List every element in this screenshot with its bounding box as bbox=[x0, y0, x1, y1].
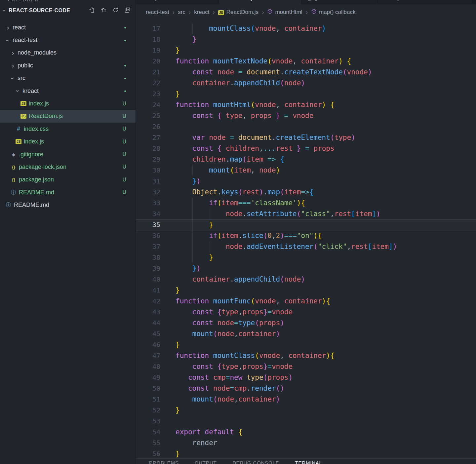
tree-item-label: .gitignore bbox=[19, 151, 122, 158]
code-line[interactable]: 30 mount(item, node) bbox=[136, 165, 476, 176]
tree-item-ReactDom.js[interactable]: JSReactDom.jsU bbox=[0, 110, 136, 123]
code-line[interactable]: 18 } bbox=[136, 34, 476, 45]
code-line[interactable]: 49 const cmp=new type(props) bbox=[136, 372, 476, 383]
indent-guide bbox=[192, 165, 193, 176]
line-content: } bbox=[176, 405, 476, 416]
line-number: 34 bbox=[136, 209, 160, 219]
code-line[interactable]: 17 mountClass(vnode, container) bbox=[136, 23, 476, 34]
breadcrumb-item[interactable]: src bbox=[178, 9, 185, 16]
tab-.gitignore[interactable]: .gitignore● bbox=[301, 0, 378, 4]
code-line[interactable]: 36 if(item.slice(0,2)==="on"){ bbox=[136, 230, 476, 241]
breadcrumb-item[interactable]: react-test bbox=[146, 9, 169, 16]
line-number: 55 bbox=[136, 438, 160, 448]
breadcrumb-label: src bbox=[178, 9, 185, 16]
code-line[interactable]: 51 mount(node,container) bbox=[136, 394, 476, 405]
line-number: 28 bbox=[136, 143, 160, 154]
breadcrumb-item[interactable]: mountHtml bbox=[267, 9, 302, 16]
code-editor[interactable]: 17 mountClass(vnode, container)18 }19}20… bbox=[136, 20, 476, 464]
tab-index.js[interactable]: index.js...\kreact● bbox=[378, 0, 471, 4]
line-content: const node=type(props) bbox=[176, 318, 476, 329]
line-content: node.addEventListener("click",rest[item]… bbox=[176, 241, 476, 252]
breadcrumb-item[interactable]: kreact bbox=[194, 9, 209, 16]
tree-item-index.js[interactable]: JSindex.jsU bbox=[0, 97, 136, 110]
tree-item-label: index.css bbox=[24, 126, 122, 133]
git-status-badge: U bbox=[122, 189, 126, 195]
tree-item-index.css[interactable]: #index.cssU bbox=[0, 123, 136, 135]
code-line[interactable]: 46} bbox=[136, 339, 476, 350]
refresh-explorer-button[interactable] bbox=[111, 6, 120, 15]
panel-tab-debug-console[interactable]: DEBUG CONSOLE bbox=[232, 460, 279, 464]
tree-item-README.md[interactable]: ⓘREADME.md bbox=[0, 199, 136, 211]
code-line[interactable]: 20function mountTextNode(vnode, containe… bbox=[136, 56, 476, 67]
panel-tab-output[interactable]: OUTPUT bbox=[195, 460, 217, 464]
tab-index.js[interactable]: index.js...\src● bbox=[136, 0, 219, 4]
code-line[interactable]: 25 const { type, props } = vnode bbox=[136, 110, 476, 121]
collapse-folders-button[interactable] bbox=[123, 6, 132, 15]
line-content: } bbox=[176, 45, 476, 56]
line-number: 50 bbox=[136, 383, 160, 394]
code-line[interactable]: 52} bbox=[136, 405, 476, 416]
code-line[interactable]: 34 node.setAttribute("class",rest[item]) bbox=[136, 209, 476, 219]
line-content: const { type, props } = vnode bbox=[176, 110, 476, 121]
code-line[interactable]: 27 var node = document.createElement(typ… bbox=[136, 132, 476, 143]
line-number: 22 bbox=[136, 78, 160, 89]
code-line[interactable]: 39 }) bbox=[136, 263, 476, 274]
new-folder-button[interactable] bbox=[99, 6, 108, 15]
tree-item-node_modules[interactable]: ›node_modules bbox=[0, 47, 136, 59]
new-file-button[interactable] bbox=[87, 6, 96, 15]
code-line[interactable]: 43 const {type,props}=vnode bbox=[136, 307, 476, 318]
code-line[interactable]: 53 bbox=[136, 416, 476, 427]
code-line[interactable]: 45 mount(node,container) bbox=[136, 329, 476, 339]
code-line[interactable]: 21 const node = document.createTextNode(… bbox=[136, 67, 476, 78]
code-line[interactable]: 47function mountClass(vnode, container){ bbox=[136, 350, 476, 361]
code-line[interactable]: 54export default { bbox=[136, 427, 476, 438]
tab-ReactDom.js[interactable]: ReactDom.js● bbox=[219, 0, 301, 4]
tree-item-package-lock.json[interactable]: {}package-lock.jsonU bbox=[0, 161, 136, 173]
code-line[interactable]: 41} bbox=[136, 285, 476, 296]
code-line[interactable]: 40 container.appendChild(node) bbox=[136, 274, 476, 285]
code-line[interactable]: 24function mountHtml(vnode, container) { bbox=[136, 99, 476, 110]
dirty-indicator-icon: ● bbox=[463, 0, 465, 0]
code-line[interactable]: 48 const {type,props}=vnode bbox=[136, 361, 476, 372]
tree-item-label: ReactDom.js bbox=[29, 113, 122, 120]
panel-tab-problems[interactable]: PROBLEMS bbox=[149, 460, 179, 464]
code-line[interactable]: 26 bbox=[136, 121, 476, 132]
dirty-indicator-icon: ● bbox=[211, 0, 214, 0]
line-content: } bbox=[176, 285, 476, 296]
breadcrumb-item[interactable]: map() callback bbox=[311, 9, 356, 16]
breadcrumb-label: kreact bbox=[194, 9, 209, 16]
code-line[interactable]: 33 if(item==='className'){ bbox=[136, 198, 476, 209]
code-line[interactable]: 37 node.addEventListener("click",rest[it… bbox=[136, 241, 476, 252]
line-number: 23 bbox=[136, 89, 160, 99]
line-number: 43 bbox=[136, 307, 160, 318]
code-line[interactable]: 23} bbox=[136, 89, 476, 99]
explorer-section-header[interactable]: › REACT-SOURCE-CODE bbox=[0, 4, 136, 17]
tree-item-kreact[interactable]: ›kreact● bbox=[0, 85, 136, 97]
code-line[interactable]: 35 } bbox=[136, 219, 476, 230]
tree-item-react-test[interactable]: ›react-test● bbox=[0, 34, 136, 46]
code-line[interactable]: 32 Object.keys(rest).map(item=>{ bbox=[136, 187, 476, 198]
code-line[interactable]: 42function mountFunc(vnode, container){ bbox=[136, 296, 476, 307]
tree-item-index.js[interactable]: JSindex.jsU bbox=[0, 135, 136, 148]
panel-tab-terminal[interactable]: TERMINAL bbox=[295, 460, 322, 464]
explorer-actions bbox=[87, 6, 132, 15]
tree-item-react[interactable]: ›react● bbox=[0, 21, 136, 34]
tab-label: .gitignore bbox=[306, 0, 328, 1]
breadcrumb-item[interactable]: JSReactDom.js bbox=[218, 9, 258, 16]
code-line[interactable]: 19} bbox=[136, 45, 476, 56]
code-line[interactable]: 50 const node=cmp.render() bbox=[136, 383, 476, 394]
code-line[interactable]: 31 }) bbox=[136, 176, 476, 187]
tree-item-README.md[interactable]: ⓘREADME.mdU bbox=[0, 186, 136, 199]
tree-item-package.json[interactable]: {}package.jsonU bbox=[0, 174, 136, 186]
tree-item-.gitignore[interactable]: ◆.gitignoreU bbox=[0, 148, 136, 161]
code-line[interactable]: 28 const { children,...rest } = props bbox=[136, 143, 476, 154]
line-number: 47 bbox=[136, 350, 160, 361]
code-line[interactable]: 56} bbox=[136, 448, 476, 459]
code-line[interactable]: 44 const node=type(props) bbox=[136, 318, 476, 329]
code-line[interactable]: 55 render bbox=[136, 438, 476, 448]
code-line[interactable]: 38 } bbox=[136, 252, 476, 263]
tree-item-public[interactable]: ›public● bbox=[0, 59, 136, 72]
code-line[interactable]: 29 children.map(item => { bbox=[136, 154, 476, 165]
code-line[interactable]: 22 container.appendChild(node) bbox=[136, 78, 476, 89]
tree-item-src[interactable]: ›src● bbox=[0, 72, 136, 85]
